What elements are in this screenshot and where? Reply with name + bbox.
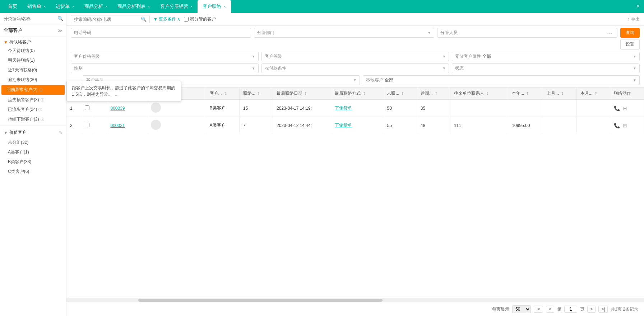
filter-gender-arrow: ▼ [252, 66, 255, 70]
page-label: 第 [557, 306, 561, 312]
first-page-button[interactable]: |< [534, 306, 543, 313]
nav-home[interactable]: 首页 [3, 0, 22, 13]
next-page-button[interactable]: > [587, 306, 596, 313]
row2-code[interactable]: 000031 [107, 117, 147, 134]
nav-customer-segment[interactable]: 客户分层经营 × [155, 0, 198, 13]
sidebar-item-repeat-purchase[interactable]: 回购异常客户(2) ⓘ [1, 85, 65, 95]
export-button[interactable]: ↑ 导出 [627, 16, 640, 22]
filter-phone[interactable]: 电话号码 [71, 28, 251, 38]
sidebar-item-ungrouped[interactable]: 未分组(32) [0, 138, 66, 147]
row1-code[interactable]: 000039 [107, 100, 147, 117]
filter-dept[interactable]: 分管部门 ▼ [254, 28, 434, 38]
sidebar-item-tomorrow-pending[interactable]: 明天待联络(1) [0, 56, 66, 65]
row1-last-contact-way[interactable]: 下销货单 [331, 100, 383, 117]
col-this-month-sort[interactable]: ⇕ [594, 91, 597, 95]
sidebar-item-continuous-down[interactable]: 持续下滑客户(2) ⓘ [0, 114, 66, 124]
row1-last-way-link[interactable]: 下销货单 [335, 105, 352, 110]
row2-checkbox[interactable] [81, 117, 94, 134]
sidebar-collapse-icon[interactable]: ≫ [57, 28, 62, 33]
query-button[interactable]: 查询 [620, 28, 640, 38]
nav-goods-analysis-list[interactable]: 商品分析列表 × [112, 0, 155, 13]
nav-goods-list-close[interactable]: × [148, 4, 150, 9]
nav-purchase-close[interactable]: × [72, 4, 74, 9]
nav-goods-analysis[interactable]: 商品分析 × [79, 0, 112, 13]
last-page-button[interactable]: >| [598, 306, 608, 313]
filter-manager-dots[interactable]: ··· [605, 30, 614, 36]
main-search-input[interactable] [74, 17, 141, 22]
my-customers-checkbox[interactable] [184, 17, 189, 22]
more-conditions-button[interactable]: ▼ 更多条件 ∧ [153, 16, 180, 22]
sidebar-item-a-class[interactable]: A类客户(1) [0, 147, 66, 157]
nav-contact-close[interactable]: × [223, 4, 226, 9]
col-last-way-sort[interactable]: ⇕ [363, 91, 366, 95]
sidebar-item-already-lost[interactable]: 已流失客户(24) ⓘ [0, 105, 66, 114]
nav-goods-analysis-close[interactable]: × [105, 4, 107, 9]
filter-status-label: 状态 [455, 65, 477, 71]
col-this-month: 本月... ⇕ [576, 88, 610, 100]
col-last-month: 上月... ⇕ [543, 88, 576, 100]
row1-checkbox[interactable] [81, 100, 94, 117]
filter-price-level[interactable]: 客户价格等级 ▼ [71, 52, 259, 61]
filter-gender[interactable]: 性别 ▼ [71, 63, 259, 73]
nav-purchase[interactable]: 进货单 × [51, 0, 79, 13]
sidebar-item-today-pending[interactable]: 今天待联络(0) [0, 46, 66, 56]
col-company-contact-sort[interactable]: ⇕ [486, 91, 489, 95]
sidebar-search-input[interactable] [4, 16, 57, 21]
nav-sales-close[interactable]: × [43, 4, 46, 9]
horizontal-scrollbar[interactable] [66, 298, 644, 302]
nav-segment-close[interactable]: × [190, 4, 193, 9]
filter-manager[interactable]: 分管人员 ··· [437, 28, 617, 38]
sidebar-search-icon[interactable]: 🔍 [57, 16, 63, 21]
col-this-year-sort[interactable]: ⇕ [526, 91, 529, 95]
row1-select-checkbox[interactable] [85, 105, 89, 110]
col-contact-sort[interactable]: ⇕ [257, 91, 260, 95]
filter-customer-level[interactable]: 客户等级 ▼ [261, 52, 449, 61]
nav-sales[interactable]: 销售单 × [22, 0, 51, 13]
row1-code-link[interactable]: 000039 [111, 106, 125, 111]
row2-code-link[interactable]: 000031 [111, 123, 125, 128]
row2-select-checkbox[interactable] [85, 123, 89, 127]
my-customers-checkbox-label[interactable]: 我分管的客户 [184, 16, 216, 22]
filter-retail-attr-arrow: ▼ [633, 55, 636, 58]
value-customer-edit-icon[interactable]: ✎ [59, 130, 62, 135]
sidebar-item-c-class[interactable]: C类客户(6) [0, 167, 66, 176]
row2-grid-icon[interactable]: ⊞ [623, 123, 627, 128]
sidebar-pending-contact-group[interactable]: ▼ 待联络客户 [0, 37, 66, 46]
col-last-date-sort[interactable]: ⇕ [304, 91, 307, 95]
row2-phone-icon[interactable]: 📞 [614, 123, 620, 128]
main-search-icon[interactable]: 🔍 [141, 16, 147, 22]
tooltip-box: 距客户上次交易时长，超过了此客户的平均交易周期的1.5倍，则视为异常。 ... [66, 81, 181, 102]
sidebar-item-b-class[interactable]: B类客户(33) [0, 157, 66, 167]
col-not-contact-sort[interactable]: ⇕ [401, 91, 404, 95]
col-overdue-sort[interactable]: ⇕ [435, 91, 437, 95]
row1-type: B类客户 [206, 100, 239, 117]
row1-phone-icon[interactable]: 📞 [614, 105, 620, 111]
nav-home-label: 首页 [8, 3, 17, 10]
row2-last-contact-way[interactable]: 下销货单 [331, 117, 383, 134]
export-label: 导出 [631, 16, 640, 22]
filter-payment[interactable]: 收付款条件 ▼ [261, 63, 449, 73]
settings-button[interactable]: 设置 [620, 39, 640, 49]
sidebar-value-customer-group[interactable]: ▼ 价值客户 ✎ [0, 127, 66, 138]
scroll-thumb[interactable] [138, 299, 383, 302]
col-type-sort[interactable]: ⇕ [224, 91, 227, 95]
row2-index: 2 [66, 117, 81, 134]
sidebar-all-customers[interactable]: 全部客户 ≫ [0, 24, 66, 37]
filter-toolbar: 🔍 ▼ 更多条件 ∧ 我分管的客户 ↑ 导出 [66, 13, 644, 26]
nav-customer-contact[interactable]: 客户联络 × [198, 0, 231, 13]
tooltip-dots[interactable]: ... [115, 92, 119, 97]
filter-status[interactable]: 状态 ▼ [452, 63, 640, 73]
sidebar-item-7day-pending[interactable]: 近7天待联络(0) [0, 65, 66, 75]
current-page-input[interactable] [564, 306, 577, 313]
per-page-select[interactable]: 50 100 200 [512, 305, 531, 313]
row1-grid-icon[interactable]: ⊞ [623, 105, 627, 111]
sidebar-item-overdue-pending[interactable]: 逾期未联络(30) [0, 75, 66, 85]
window-close-button[interactable]: × [636, 3, 640, 10]
row2-last-way-link[interactable]: 下销货单 [335, 123, 352, 128]
filter-customer-level-label: 客户等级 [265, 53, 286, 60]
col-last-month-sort[interactable]: ⇕ [561, 91, 564, 95]
prev-page-button[interactable]: < [546, 306, 554, 313]
filter-retail-attr[interactable]: 零散客户属性 全部 ▼ [452, 52, 640, 61]
sidebar-item-lost-preview[interactable]: 流失预警客户(3) ⓘ [0, 95, 66, 105]
filter-retail-customer[interactable]: 零散客户 全部 ▼ [363, 75, 640, 85]
